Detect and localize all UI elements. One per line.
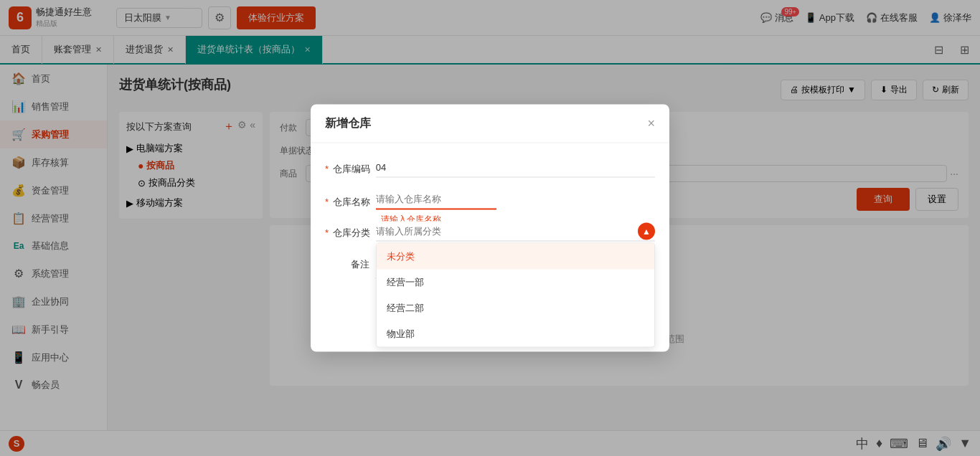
dropdown-item-dept1[interactable]: 经营一部 (377, 270, 654, 295)
modal-header: 新增仓库 × (311, 105, 669, 143)
warehouse-category-row: * 仓库分类 ▲ 未分类 经营一部 经营二部 物业部 (325, 222, 655, 242)
warehouse-code-input[interactable] (376, 158, 655, 178)
warehouse-name-label: * 仓库名称 (325, 191, 376, 209)
required-star: * (325, 163, 329, 174)
new-warehouse-modal: 新增仓库 × * 仓库编码 * 仓库名称 请输入仓库名称 * (311, 105, 669, 352)
warehouse-code-row: * 仓库编码 (325, 158, 655, 178)
warehouse-remark-label: 备注 (325, 253, 375, 271)
warehouse-name-row: * 仓库名称 请输入仓库名称 (325, 189, 655, 210)
dropdown-item-uncategorized[interactable]: 未分类 (377, 244, 654, 270)
required-star3: * (325, 227, 329, 238)
dropdown-item-property[interactable]: 物业部 (377, 321, 654, 347)
warehouse-name-input[interactable] (376, 189, 496, 210)
modal-title: 新增仓库 (325, 116, 371, 131)
warehouse-category-wrapper: ▲ 未分类 经营一部 经营二部 物业部 (376, 222, 655, 242)
category-dropdown-list: 未分类 经营一部 经营二部 物业部 (376, 243, 655, 348)
dropdown-item-dept2[interactable]: 经营二部 (377, 295, 654, 321)
category-dropdown-arrow[interactable]: ▲ (638, 223, 655, 240)
modal-body: * 仓库编码 * 仓库名称 请输入仓库名称 * 仓库分类 (311, 143, 669, 305)
required-star2: * (325, 196, 329, 207)
warehouse-category-input[interactable] (376, 222, 655, 242)
warehouse-category-label: * 仓库分类 (325, 222, 376, 239)
modal-close-button[interactable]: × (647, 116, 655, 131)
warehouse-code-label: * 仓库编码 (325, 158, 376, 176)
